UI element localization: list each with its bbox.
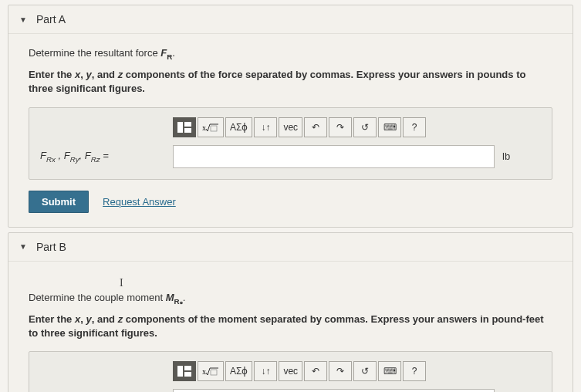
part-b-prompt-2: Enter the x, y, and z components of the …	[29, 313, 552, 340]
undo-button[interactable]: ↶	[304, 117, 327, 137]
reset-button[interactable]: ↺	[353, 117, 377, 137]
greek-button[interactable]: ΑΣϕ	[225, 361, 252, 381]
part-b-body: I Determine the couple moment MRₒ. Enter…	[8, 262, 573, 392]
keyboard-button[interactable]: ⌨	[378, 117, 401, 137]
part-b-container: ▼ Part B I Determine the couple moment M…	[8, 232, 573, 392]
part-b-input-row: MRₒx , MRₒy , MRₒz = lb · ft	[40, 389, 541, 392]
svg-rect-6	[184, 366, 191, 370]
part-a-header[interactable]: ▼ Part A	[8, 5, 573, 34]
redo-button[interactable]: ↷	[329, 361, 352, 381]
equation-toolbar-a: x ΑΣϕ ↓↑ vec ↶ ↷ ↺ ⌨ ?	[173, 117, 541, 137]
part-a-submit-row: Submit Request Answer	[29, 191, 552, 213]
part-b-answer-input[interactable]	[173, 389, 495, 392]
svg-rect-4	[211, 126, 217, 131]
part-a-lhs: FRx , FRy, FRz =	[40, 150, 165, 164]
svg-rect-9	[211, 370, 217, 375]
sqrt-button[interactable]: x	[198, 361, 224, 381]
svg-rect-2	[184, 128, 191, 133]
part-a-input-row: FRx , FRy, FRz = lb	[40, 145, 541, 168]
redo-button[interactable]: ↷	[329, 117, 352, 137]
chevron-down-icon: ▼	[19, 242, 27, 251]
vec-button[interactable]: vec	[279, 117, 302, 137]
svg-rect-0	[177, 122, 183, 133]
templates-button[interactable]	[173, 361, 196, 381]
undo-button[interactable]: ↶	[304, 361, 327, 381]
help-button[interactable]: ?	[403, 361, 426, 381]
svg-text:x: x	[202, 123, 206, 132]
part-a-unit: lb	[502, 150, 541, 162]
sqrt-button[interactable]: x	[198, 117, 224, 137]
svg-text:x: x	[202, 367, 206, 376]
subsup-button[interactable]: ↓↑	[254, 361, 277, 381]
part-a-answer-box: x ΑΣϕ ↓↑ vec ↶ ↷ ↺ ⌨ ? FRx , FRy, FRz = …	[29, 107, 552, 180]
part-a-title: Part A	[36, 13, 66, 25]
part-a-prompt-2: Enter the x, y, and z components of the …	[29, 68, 552, 96]
part-a-container: ▼ Part A Determine the resultant force F…	[8, 5, 573, 228]
svg-rect-1	[184, 122, 191, 127]
greek-button[interactable]: ΑΣϕ	[225, 117, 252, 137]
help-button[interactable]: ?	[403, 117, 426, 137]
request-answer-link[interactable]: Request Answer	[103, 196, 176, 208]
part-b-header[interactable]: ▼ Part B	[8, 233, 573, 262]
chevron-down-icon: ▼	[19, 15, 27, 24]
part-a-prompt-1: Determine the resultant force FR.	[29, 46, 552, 62]
part-b-prompt-1: Determine the couple moment MRₒ.	[29, 291, 552, 306]
part-b-answer-box: x ΑΣϕ ↓↑ vec ↶ ↷ ↺ ⌨ ? MRₒx , MRₒy , MRₒ…	[29, 351, 552, 392]
subsup-button[interactable]: ↓↑	[254, 117, 277, 137]
part-b-title: Part B	[36, 241, 66, 253]
reset-button[interactable]: ↺	[353, 361, 377, 381]
submit-button[interactable]: Submit	[29, 191, 89, 213]
vec-button[interactable]: vec	[279, 361, 302, 381]
part-a-answer-input[interactable]	[173, 145, 495, 168]
svg-rect-5	[177, 366, 183, 377]
templates-button[interactable]	[173, 117, 196, 137]
part-a-body: Determine the resultant force FR. Enter …	[8, 34, 573, 227]
keyboard-button[interactable]: ⌨	[378, 361, 401, 381]
svg-rect-7	[184, 372, 191, 377]
text-cursor-icon: I	[120, 277, 552, 289]
equation-toolbar-b: x ΑΣϕ ↓↑ vec ↶ ↷ ↺ ⌨ ?	[173, 361, 541, 381]
